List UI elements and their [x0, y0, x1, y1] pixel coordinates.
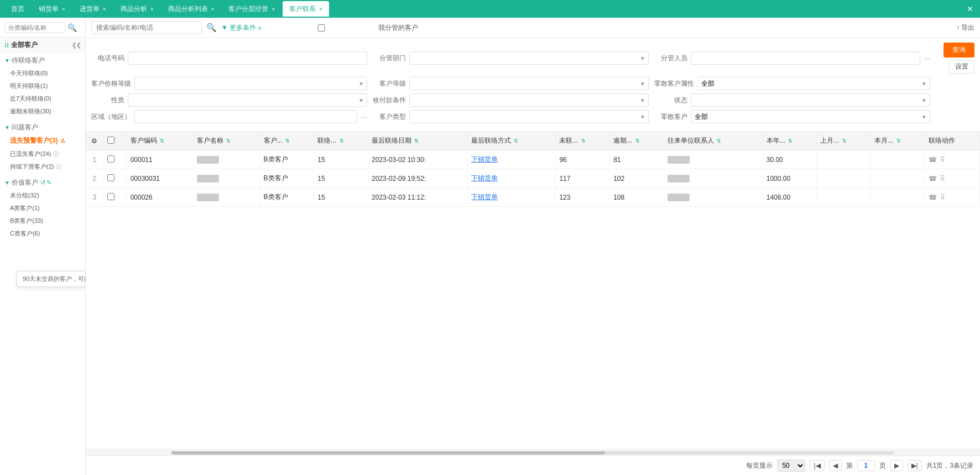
- this-year-amount: 30.00: [763, 150, 817, 169]
- sidebar-item-today[interactable]: 今天待联络(0): [0, 67, 85, 80]
- refresh-icon[interactable]: ↺: [40, 179, 45, 186]
- next-page-button[interactable]: ▶: [890, 460, 903, 471]
- sidebar-item-ungroup[interactable]: 未分组(32): [0, 189, 85, 202]
- no-contact-days: 96: [556, 150, 610, 169]
- tab-close-icon[interactable]: ×: [150, 6, 154, 12]
- sidebar-search-icon[interactable]: 🔍: [67, 23, 77, 32]
- more-btn[interactable]: ···: [924, 54, 930, 62]
- more-action-icon[interactable]: ⠿: [940, 194, 945, 201]
- export-icon: ↑: [956, 24, 960, 32]
- select-all-checkbox[interactable]: [107, 137, 114, 144]
- contact-type-link[interactable]: 下销货单: [471, 174, 498, 182]
- sidebar-group-problem[interactable]: ▼ 问题客户: [0, 120, 85, 134]
- filter-actions: 查询 设置: [936, 43, 974, 74]
- tab-close-icon[interactable]: ×: [272, 6, 275, 12]
- tab-sales-order[interactable]: 销货单 ×: [32, 1, 72, 17]
- status-select[interactable]: [691, 93, 930, 107]
- phone-input[interactable]: [128, 51, 367, 65]
- search-button[interactable]: 🔍: [206, 23, 217, 33]
- sidebar-item-overdue[interactable]: 逾期未联络(30): [0, 105, 85, 118]
- tab-customer-contact[interactable]: 客户联系 ×: [283, 1, 329, 17]
- settings-button[interactable]: 设置: [949, 60, 974, 74]
- blurred-person: [668, 156, 690, 164]
- sidebar-item-churn-warning[interactable]: 流失预警客户(3) ⚠: [0, 134, 85, 148]
- this-month-amount: [871, 150, 925, 169]
- more-action-icon[interactable]: ⠿: [940, 175, 945, 182]
- nature-select[interactable]: [128, 93, 367, 107]
- all-customers-title[interactable]: ⁝⁝ 全部客户 ❮❮: [0, 37, 85, 53]
- dept-select[interactable]: [409, 51, 649, 65]
- customer-level-select[interactable]: [409, 77, 649, 90]
- page-number-input[interactable]: [857, 460, 875, 471]
- region-input[interactable]: [134, 110, 357, 123]
- action-icons: ☎ ⠿: [929, 194, 976, 201]
- sidebar-item-7days[interactable]: 近7天待联络(0): [0, 92, 85, 105]
- sidebar-search-input[interactable]: [4, 22, 65, 33]
- overdue-days: 81: [610, 150, 664, 169]
- sidebar-item-declining[interactable]: 持续下滑客户(2) ⓘ: [0, 160, 85, 173]
- my-customers-checkbox[interactable]: [266, 24, 377, 32]
- row-checkbox[interactable]: [107, 193, 114, 200]
- sidebar-item-b-class[interactable]: B类客户(33): [0, 215, 85, 227]
- tab-close-icon[interactable]: ×: [211, 6, 215, 12]
- filter-status: 状态 ▼: [654, 93, 930, 107]
- tab-homepage[interactable]: 首页: [4, 1, 31, 17]
- contact-type-link[interactable]: 下销货单: [471, 193, 498, 201]
- tab-close-icon[interactable]: ×: [103, 6, 106, 12]
- prev-page-button[interactable]: ◀: [829, 460, 842, 471]
- first-page-button[interactable]: |◀: [810, 460, 824, 471]
- export-button[interactable]: ↑ 导出: [956, 23, 974, 33]
- customer-type-select[interactable]: [409, 110, 649, 123]
- query-button[interactable]: 查询: [943, 43, 974, 58]
- filter-button[interactable]: ▼ 更多条件 ∧: [221, 23, 262, 33]
- row-number: 3: [86, 188, 103, 207]
- row-checkbox[interactable]: [107, 155, 114, 163]
- tab-product-analysis-list[interactable]: 商品分析列表 ×: [161, 1, 221, 17]
- sidebar-item-c-class[interactable]: C类客户(6): [0, 227, 85, 240]
- action-cell: ☎ ⠿: [925, 169, 980, 188]
- status-wrap: ▼: [691, 93, 930, 107]
- sidebar-item-tomorrow[interactable]: 明天待联络(1): [0, 80, 85, 92]
- sidebar-group-pending[interactable]: ▼ 待联络客户: [0, 53, 85, 67]
- phone-action-icon[interactable]: ☎: [929, 194, 937, 201]
- contact-type-link[interactable]: 下销货单: [471, 155, 498, 163]
- col-settings[interactable]: ⚙: [86, 132, 103, 150]
- no-contact-days: 117: [556, 169, 610, 188]
- col-overdue: 逾期... ⇅: [610, 132, 664, 150]
- payment-select[interactable]: [409, 93, 649, 107]
- tab-close-icon[interactable]: ×: [319, 6, 322, 12]
- zero-attr-select[interactable]: 全部: [697, 77, 930, 90]
- per-page-select[interactable]: 50 100: [777, 460, 805, 472]
- more-btn[interactable]: ···: [361, 112, 367, 121]
- my-customers-label: 我分管的客户: [378, 23, 418, 33]
- tab-purchase-order[interactable]: 进货单 ×: [73, 1, 113, 17]
- price-level-select[interactable]: [134, 77, 367, 90]
- tab-close-icon[interactable]: ×: [62, 6, 65, 12]
- phone-action-icon[interactable]: ☎: [929, 175, 937, 182]
- close-all-tabs-icon[interactable]: ✕: [965, 2, 976, 15]
- search-input[interactable]: [91, 21, 202, 34]
- contact-count: 15: [314, 188, 368, 207]
- filter-price-level: 客户价格等级 ▼: [91, 77, 367, 90]
- arrow-icon: ▼: [4, 58, 10, 64]
- horizontal-scrollbar[interactable]: [86, 449, 980, 456]
- more-action-icon[interactable]: ⠿: [940, 156, 945, 164]
- scroll-thumb[interactable]: [171, 451, 605, 455]
- edit-icon[interactable]: ✎: [46, 179, 51, 186]
- row-checkbox[interactable]: [107, 174, 114, 181]
- arrow-icon: ▼: [4, 180, 10, 186]
- phone-action-icon[interactable]: ☎: [929, 156, 937, 164]
- tab-customer-segmentation[interactable]: 客户分层经营 ×: [222, 1, 282, 17]
- sidebar-group-value[interactable]: ▼ 价值客户 ↺ ✎: [0, 175, 85, 189]
- sidebar-item-churned[interactable]: 已流失客户(24) ⓘ: [0, 148, 85, 160]
- sidebar-item-a-class[interactable]: A类客户(1): [0, 202, 85, 215]
- last-page-button[interactable]: ▶|: [908, 460, 922, 471]
- tab-product-analysis[interactable]: 商品分析 ×: [114, 1, 160, 17]
- zero-customer-label: 零散客户: [654, 112, 687, 122]
- my-customers-checkbox-label[interactable]: 我分管的客户: [266, 23, 418, 33]
- zero-customer-select[interactable]: 全部: [691, 110, 930, 123]
- filter-payment: 收付款条件 ▼: [373, 93, 649, 107]
- person-input[interactable]: [691, 51, 920, 65]
- this-year-amount: 1000.00: [763, 169, 817, 188]
- nature-wrap: ▼: [128, 93, 367, 107]
